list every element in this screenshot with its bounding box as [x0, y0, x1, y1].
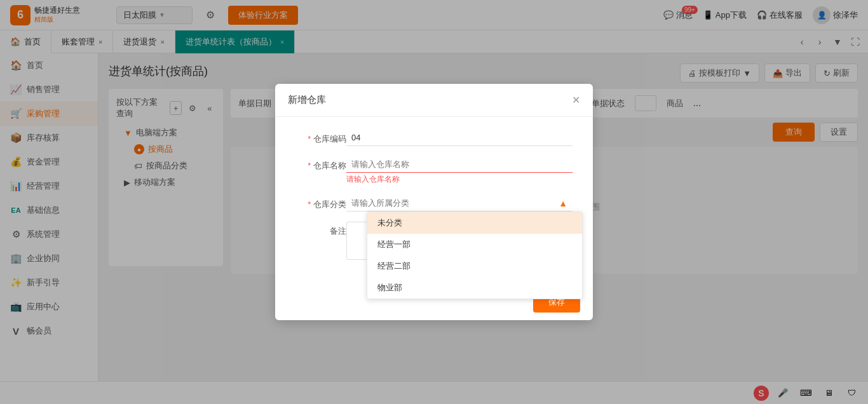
dialog-title: 新增仓库 [288, 94, 326, 106]
category-field: ▲ 未分类 经营一部 经营二部 物业部 [346, 195, 573, 212]
dropdown-item-dept3[interactable]: 物业部 [367, 277, 582, 299]
dialog-body: 仓库编码 仓库名称 请输入仓库名称 仓库分类 ▲ [275, 117, 593, 285]
code-label: 仓库编码 [295, 130, 346, 145]
name-field: 请输入仓库名称 [346, 156, 573, 185]
dialog-overlay: 新增仓库 ✕ 仓库编码 仓库名称 请输入仓库名称 仓库分类 [0, 0, 868, 404]
note-label: 备注 [295, 222, 346, 237]
category-dropdown: 未分类 经营一部 经营二部 物业部 [367, 212, 583, 299]
form-row-category: 仓库分类 ▲ 未分类 经营一部 经营二部 物业部 [295, 195, 573, 212]
new-warehouse-dialog: 新增仓库 ✕ 仓库编码 仓库名称 请输入仓库名称 仓库分类 [275, 84, 593, 320]
dropdown-item-dept1[interactable]: 经营一部 [367, 234, 582, 255]
name-input[interactable] [346, 156, 573, 173]
category-input[interactable] [346, 195, 573, 212]
dropdown-item-dept2[interactable]: 经营二部 [367, 255, 582, 277]
name-label: 仓库名称 [295, 156, 346, 172]
form-row-code: 仓库编码 [295, 130, 573, 146]
name-error-msg: 请输入仓库名称 [346, 174, 573, 185]
form-row-name: 仓库名称 请输入仓库名称 [295, 156, 573, 185]
code-field [346, 130, 573, 146]
category-arrow-icon[interactable]: ▲ [559, 198, 567, 208]
dialog-header: 新增仓库 ✕ [275, 84, 593, 117]
code-input[interactable] [346, 130, 573, 146]
category-label: 仓库分类 [295, 195, 346, 210]
dropdown-item-uncat[interactable]: 未分类 [367, 212, 582, 234]
dialog-close-icon[interactable]: ✕ [572, 94, 580, 106]
